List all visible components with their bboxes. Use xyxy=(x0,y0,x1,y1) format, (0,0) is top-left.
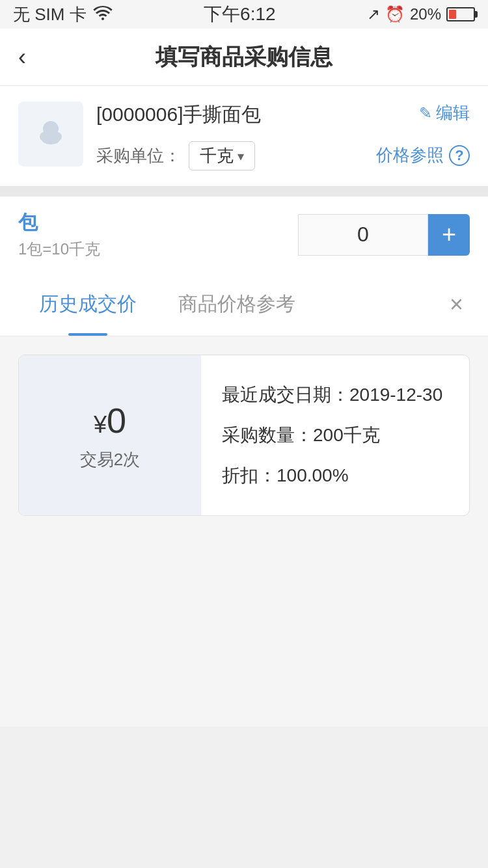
edit-button[interactable]: ✎ 编辑 xyxy=(419,102,470,124)
recent-date-value: 2019-12-30 xyxy=(349,385,442,405)
unit-label: 采购单位： xyxy=(96,144,181,167)
purchase-qty-value: 200千克 xyxy=(313,425,380,445)
quantity-conversion-text: 1包=10千克 xyxy=(18,239,100,260)
unit-icon: 包 xyxy=(18,210,38,236)
price-ref-label: 价格参照 xyxy=(376,144,444,167)
history-price: ¥0 xyxy=(94,400,126,441)
close-button[interactable]: × xyxy=(443,284,470,325)
product-thumbnail xyxy=(18,102,83,167)
svg-point-3 xyxy=(42,134,60,144)
edit-label: 编辑 xyxy=(436,102,470,124)
product-name: [0000006]手撕面包 xyxy=(96,102,261,128)
trade-count: 交易2次 xyxy=(80,448,140,471)
status-time: 下午6:12 xyxy=(204,2,276,27)
product-section: [0000006]手撕面包 采购单位： 千克 ▾ ✎ 编辑 价格参照 ? xyxy=(0,86,488,186)
location-icon: ↗ xyxy=(367,5,380,23)
product-left: [0000006]手撕面包 采购单位： 千克 ▾ xyxy=(18,102,261,170)
plus-icon: + xyxy=(442,221,456,249)
history-price-column: ¥0 交易2次 xyxy=(19,355,201,515)
tabs-list: 历史成交价 商品价格参考 xyxy=(18,273,316,336)
product-unit-row: 采购单位： 千克 ▾ xyxy=(96,141,261,170)
product-header: [0000006]手撕面包 采购单位： 千克 ▾ ✎ 编辑 价格参照 ? xyxy=(18,102,470,170)
carrier-text: 无 SIM 卡 xyxy=(13,3,87,26)
back-button[interactable]: ‹ xyxy=(18,44,26,71)
tab-price-reference[interactable]: 商品价格参考 xyxy=(157,273,316,336)
quantity-value: 0 xyxy=(357,223,369,247)
page-title: 填写商品采购信息 xyxy=(156,42,332,72)
alarm-icon: ⏰ xyxy=(385,5,405,23)
price-ref-button[interactable]: 价格参照 ? xyxy=(376,144,470,167)
nav-bar: ‹ 填写商品采购信息 xyxy=(0,29,488,86)
quantity-label-group: 包 1包=10千克 xyxy=(18,210,100,260)
status-left: 无 SIM 卡 xyxy=(13,3,113,26)
recent-date-row: 最近成交日期：2019-12-30 xyxy=(222,381,448,409)
discount-value: 100.00% xyxy=(277,465,349,485)
product-info: [0000006]手撕面包 采购单位： 千克 ▾ xyxy=(96,102,261,170)
purchase-qty-row: 采购数量：200千克 xyxy=(222,422,448,449)
quantity-section: 包 1包=10千克 0 + xyxy=(0,197,488,273)
quantity-controls: 0 + xyxy=(298,214,470,256)
price-symbol: ¥ xyxy=(94,411,107,438)
discount-label: 折扣： xyxy=(222,465,277,485)
tab-history-price[interactable]: 历史成交价 xyxy=(18,273,157,336)
battery-percent: 20% xyxy=(410,5,441,23)
recent-date-label: 最近成交日期： xyxy=(222,385,349,405)
purchase-qty-label: 采购数量： xyxy=(222,425,313,445)
history-card: ¥0 交易2次 最近成交日期：2019-12-30 采购数量：200千克 折扣：… xyxy=(18,355,470,516)
unit-value: 千克 xyxy=(200,144,234,167)
discount-row: 折扣：100.00% xyxy=(222,462,448,489)
quantity-input[interactable]: 0 xyxy=(298,214,428,256)
product-right: ✎ 编辑 价格参照 ? xyxy=(376,102,470,167)
battery-fill xyxy=(449,10,456,19)
section-divider xyxy=(0,186,488,197)
unit-select[interactable]: 千克 ▾ xyxy=(189,141,255,170)
history-content: ¥0 交易2次 最近成交日期：2019-12-30 采购数量：200千克 折扣：… xyxy=(0,336,488,727)
quantity-plus-button[interactable]: + xyxy=(428,214,470,256)
edit-icon: ✎ xyxy=(419,104,432,122)
history-details-column: 最近成交日期：2019-12-30 采购数量：200千克 折扣：100.00% xyxy=(201,355,469,515)
wifi-icon xyxy=(93,5,113,25)
status-right: ↗ ⏰ 20% xyxy=(367,5,475,23)
price-ref-question-icon: ? xyxy=(449,145,470,166)
chevron-down-icon: ▾ xyxy=(237,148,244,164)
battery-icon xyxy=(446,7,475,21)
quantity-unit-label: 包 xyxy=(18,210,100,236)
price-number: 0 xyxy=(107,401,126,440)
tabs-section: 历史成交价 商品价格参考 × xyxy=(0,273,488,336)
status-bar: 无 SIM 卡 下午6:12 ↗ ⏰ 20% xyxy=(0,0,488,29)
